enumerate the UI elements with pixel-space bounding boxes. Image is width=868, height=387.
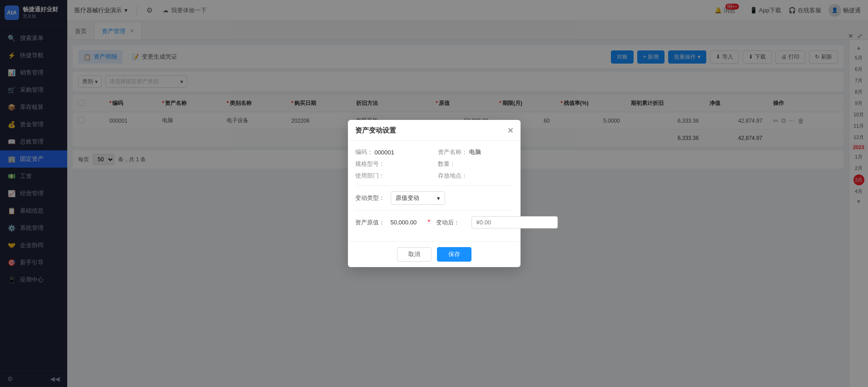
modal-asset-name-field: 资产名称： 电脑 (438, 148, 513, 156)
modal-dept-field: 使用部门： (355, 172, 431, 180)
modal-cancel-label: 取消 (408, 251, 420, 258)
modal-change-type-value: 原值变动 (396, 194, 419, 202)
modal-divider-1 (355, 185, 513, 186)
asset-change-modal: 资产变动设置 ✕ 编码： 000001 资产名称： 电脑 规格型号： 数量： (348, 120, 521, 267)
modal-title: 资产变动设置 (355, 126, 396, 135)
modal-dept-label: 使用部门： (355, 172, 385, 180)
modal-asset-name-value: 电脑 (469, 148, 481, 156)
modal-save-label: 保存 (448, 251, 460, 258)
modal-body: 编码： 000001 资产名称： 电脑 规格型号： 数量： 使用部门： (348, 141, 521, 241)
modal-after-change-label: 变动后： (436, 218, 468, 227)
modal-spec-field: 规格型号： (355, 160, 431, 168)
modal-code-value: 000001 (375, 149, 394, 156)
modal-asset-name-label: 资产名称： (438, 148, 467, 156)
modal-overlay: 资产变动设置 ✕ 编码： 000001 资产名称： 电脑 规格型号： 数量： (0, 0, 868, 387)
modal-location-field: 存放地点： (438, 172, 513, 180)
modal-code-field: 编码： 000001 (355, 148, 431, 156)
modal-asset-value-row: 资产原值： 50,000.00 * 变动后： (355, 216, 513, 228)
modal-cancel-button[interactable]: 取消 (397, 247, 432, 262)
modal-change-type-dropdown-icon: ▾ (437, 195, 440, 202)
modal-asset-value-value: 50,000.00 (391, 219, 417, 226)
modal-after-change-input[interactable] (471, 216, 558, 228)
modal-quantity-field: 数量： (438, 160, 513, 168)
modal-change-type-row: 变动类型： 原值变动 ▾ (355, 191, 513, 205)
modal-close-icon[interactable]: ✕ (507, 126, 513, 135)
modal-change-type-label: 变动类型： (355, 194, 387, 202)
required-star-after-change: * (427, 218, 430, 227)
modal-footer: 取消 保存 (348, 241, 521, 267)
modal-quantity-label: 数量： (438, 160, 456, 168)
modal-save-button[interactable]: 保存 (437, 247, 471, 262)
modal-spec-label: 规格型号： (355, 160, 385, 168)
modal-header: 资产变动设置 ✕ (348, 120, 521, 141)
modal-location-label: 存放地点： (438, 172, 467, 180)
modal-divider-2 (355, 210, 513, 211)
modal-change-type-select[interactable]: 原值变动 ▾ (391, 191, 445, 205)
modal-asset-value-label: 资产原值： (355, 218, 387, 227)
modal-code-label: 编码： (355, 148, 373, 156)
modal-info-grid: 编码： 000001 资产名称： 电脑 规格型号： 数量： 使用部门： (355, 148, 513, 180)
